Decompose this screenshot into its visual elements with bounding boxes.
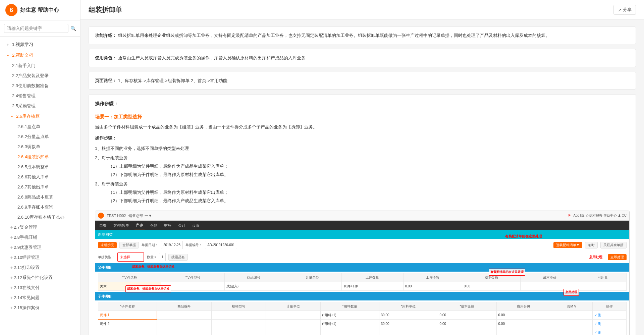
sidebar-item-personalize[interactable]: ＋ 2.12系统个性化设置 — [0, 273, 80, 283]
sidebar-item-video[interactable]: ＋ 1.视频学习 — [0, 39, 80, 50]
mock-order-label: 单据编号： — [185, 242, 202, 248]
mock-btn-related[interactable]: 关联其余单据 — [600, 242, 627, 248]
sidebar-item-install[interactable]: 2.2产品安装及登录 — [0, 71, 80, 81]
mock-lth-name: *子件名称 — [98, 302, 157, 311]
mock-search-btn[interactable]: 搜索品名 — [168, 254, 188, 261]
mock-nav-warehouse[interactable]: 仓储 — [149, 222, 159, 229]
sidebar-item-transfer[interactable]: 2.6.3调拨单 — [0, 142, 80, 152]
mock-btn-temp[interactable]: 临时 — [585, 242, 598, 248]
sidebar-item-sales[interactable]: 2.4销售管理 — [0, 91, 80, 101]
mock-lrow2-unit — [266, 320, 321, 328]
mock-lrow3-ops[interactable]: ✓ 删 — [592, 328, 626, 335]
mock-upper-table: *父件名称 *父件型号 商品编号 计量单位 工序数量 工序个数 成本金额 成本单… — [98, 273, 627, 291]
mock-save-btn[interactable]: 立即处理 — [608, 254, 627, 260]
mock-nav-home[interactable]: 自费 — [98, 222, 108, 229]
step1: 1、根据不同的业务，选择不同单据的类型来处理 — [95, 145, 630, 153]
mock-lth-model: 规格型号 — [211, 302, 266, 311]
screenshot-inner: TEST-H002 销售总部-一▼ ⚑ AppT版 ☆临柜报告 帮助中心 ♟ C… — [95, 211, 629, 335]
mock-th-unit: 计量单位 — [283, 273, 342, 282]
sidebar-item-partial-stocktake[interactable]: 2.6.2分量盘点单 — [0, 132, 80, 142]
sidebar-item-coupon[interactable]: ＋ 2.9优惠券管理 — [0, 242, 80, 253]
mock-date-value[interactable]: 2019-12-28 — [161, 241, 183, 249]
sidebar-item-other-in[interactable]: 2.6.6其他入库单 — [0, 172, 80, 182]
mock-lrow2-ops[interactable]: ✓ 删 — [592, 320, 626, 328]
sidebar-item-online-pay[interactable]: ＋ 2.13在线支付 — [0, 283, 80, 293]
mock-lth-unit2: *用料单位 — [379, 302, 438, 311]
mock-logo — [98, 213, 104, 219]
expand-icon: ＋ — [5, 42, 10, 48]
mock-tab-all[interactable]: 全部单据 — [119, 242, 139, 248]
step2-1: （1）上部明细为父件明细，最终作为产成品生成某它入库单； — [108, 162, 630, 171]
role-text: 通常由生产人员或库管人员完成拆装业务的操作，库管人员确认原材料的出库和产成品的入… — [118, 55, 306, 60]
mock-date-label: 单据日期： — [142, 242, 158, 248]
mock-lower-table-header: 子件明细 — [95, 292, 629, 300]
sidebar-item-print[interactable]: ＋ 2.11打印设置 — [0, 263, 80, 273]
mock-upper-cell-unit — [283, 282, 342, 291]
share-button[interactable]: ↗ 分享 — [613, 5, 636, 15]
mock-lrow1-qty: (*用料+1) — [320, 311, 379, 320]
search-input[interactable] — [4, 24, 68, 33]
sidebar-item-newcomer[interactable]: 2.1新手入门 — [0, 61, 80, 71]
mock-nav-settings[interactable]: 设置 — [191, 222, 201, 229]
steps-block: 操作步骤： 场景一：加工类型选择 当由多个子件材料组装成一个成品的业务为【组装】… — [89, 94, 636, 335]
mock-btn-assembly-list[interactable]: 选装配料清单▼ — [553, 242, 582, 248]
mock-tab-incomplete[interactable]: 未组拆完 — [98, 242, 117, 248]
sidebar-item-cases[interactable]: ＋ 2.15操作案例 — [0, 303, 80, 313]
sidebar-item-finance[interactable]: ＋ 2.7资金管理 — [0, 222, 80, 232]
mock-lrow1-model — [211, 311, 266, 320]
nav-label: 2.6库存核算 — [16, 113, 40, 119]
mock-lrow2-qty: (*用料+1) — [320, 320, 379, 328]
sidebar-item-purchase[interactable]: 2.5采购管理 — [0, 101, 80, 111]
sidebar-item-stocktake[interactable]: 2.6.1盘点单 — [0, 122, 80, 132]
mock-lower-table: *子件名称 商品编号 规格型号 计量单位 *用料数量 *用料单位 *成本金额 费… — [98, 302, 627, 335]
mock-lrow1-alloc: 0.00 — [496, 311, 551, 320]
mock-lrow1-sku — [157, 311, 211, 320]
screenshot-container: TEST-H002 销售总部-一▼ ⚑ AppT版 ☆临柜报告 帮助中心 ♟ C… — [95, 211, 630, 335]
mock-lth-unit: 计量单位 — [266, 302, 321, 311]
sidebar-item-cost-recalc[interactable]: 2.6.8商品成本重算 — [0, 192, 80, 202]
mock-nav-finance[interactable]: 财务 — [163, 222, 173, 229]
mock-subbar: 新增同类 — [95, 230, 629, 239]
mock-lrow2-name: 周件 2 — [98, 320, 157, 328]
mock-qty-value[interactable]: 1 — [159, 253, 166, 261]
mock-lrow1-mv — [551, 311, 593, 320]
mock-type-value[interactable]: 未选择 — [117, 253, 144, 262]
logo-icon: 6 — [5, 4, 17, 16]
share-label: 分享 — [623, 7, 632, 13]
sidebar-item-dataprep[interactable]: 2.3使用前数据准备 — [0, 81, 80, 91]
mock-lower-row-2: 周件 2 (*用料+1) 30.00 0.00 0.00 ✓ 删 — [98, 320, 627, 328]
sidebar-item-mobile[interactable]: ＋ 2.8手机旺铺 — [0, 232, 80, 242]
sidebar-item-other-out[interactable]: 2.6.7其他出库单 — [0, 182, 80, 192]
mock-lrow2-mv — [551, 320, 593, 328]
nav-tree: ＋ 1.视频学习 － 2.帮助文档 2.1新手入门 2.2产品安装及登录 2.3… — [0, 37, 80, 335]
mock-lrow2-alloc: 0.00 — [496, 320, 551, 328]
mock-lower-table-wrap: *子件名称 商品编号 规格型号 计量单位 *用料数量 *用料单位 *成本金额 费… — [95, 302, 629, 335]
sidebar-item-stock-query[interactable]: 2.6.9库存账本查询 — [0, 202, 80, 212]
mock-upper-cell-pqty: 10件+1件 — [342, 282, 404, 291]
mock-lrow2-cost: 0.00 — [438, 320, 496, 328]
mock-nav-inventory[interactable]: 库存 — [135, 222, 145, 229]
mock-lrow1-ops[interactable]: ✓ 删 — [592, 311, 626, 320]
mock-form-row: 单据类型： 未选择 数量 ≥ 1 搜索品名 启用处理 立即处理 组装业务、拆卸业… — [95, 251, 629, 263]
mock-nav-sales[interactable]: 客/销售单 — [112, 222, 130, 229]
step3-1: （1）上部明细为父件明细，最终作为原材料生成某它出库单； — [108, 188, 630, 197]
annotation-1: 有装配清单的在这里处理 — [505, 233, 542, 239]
sidebar-item-inventory[interactable]: － 2.6库存核算 — [0, 111, 80, 122]
sidebar-item-mgmt[interactable]: ＋ 2.10经营管理 — [0, 253, 80, 263]
mock-order-value[interactable]: AD-20191226-001 — [205, 241, 237, 249]
sidebar-item-docs[interactable]: － 2.帮助文档 — [0, 50, 80, 61]
mock-nav-accounting[interactable]: 会计 — [177, 222, 187, 229]
mock-lrow1-unit2: 30.00 — [379, 311, 438, 320]
sidebar-item-cost-adjust[interactable]: 2.6.5成本调整单 — [0, 162, 80, 172]
sidebar-header: 6 好生意 帮助中心 — [0, 0, 80, 20]
main-content: 功能介绍： 组装拆卸单用来处理企业组装或拆卸等加工业务，支持有固定装配清单的产品… — [80, 20, 644, 335]
sidebar-item-assembly[interactable]: 2.6.4组装拆卸单 — [0, 152, 80, 162]
mock-upper-cell-avail — [579, 282, 627, 291]
mock-upper-table-header: 父件明细 — [95, 263, 629, 272]
role-label: 使用角色： — [95, 55, 117, 60]
mock-lrow1-cost: 0.00 — [438, 311, 496, 320]
mock-th-parent-model: *父件型号 — [161, 273, 224, 282]
sidebar-item-faq[interactable]: ＋ 2.14常见问题 — [0, 293, 80, 303]
sidebar-item-stock-error[interactable]: 2.6.10库存账本错了么办 — [0, 212, 80, 222]
search-button[interactable]: 🔍 — [70, 26, 76, 31]
